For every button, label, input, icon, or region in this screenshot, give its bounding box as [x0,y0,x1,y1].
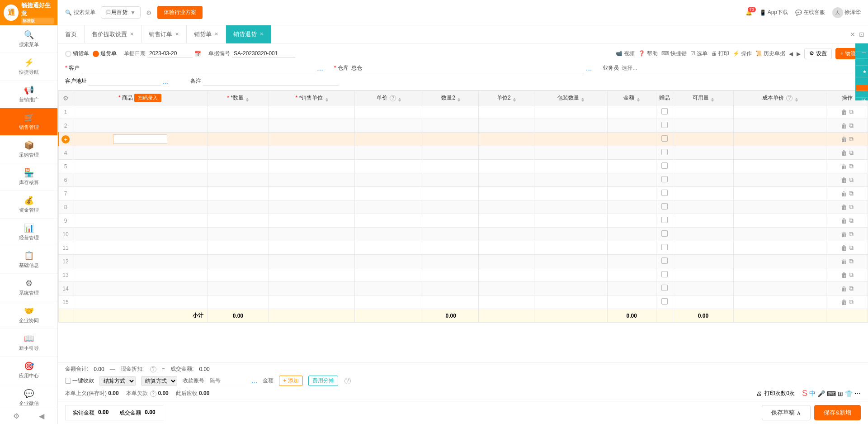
user-menu-button[interactable]: 人 徐泽华 [832,7,861,18]
tab-sales-order[interactable]: 销售订单✕ [142,25,187,43]
amount-cell[interactable] [607,200,656,214]
gift-cell[interactable] [656,119,673,133]
qty-cell[interactable] [207,282,269,295]
amount-cell[interactable] [607,160,656,173]
rp-attach-btn[interactable]: 附 [856,60,868,66]
cost-sort-icon[interactable] [795,98,798,102]
toolbar-key-icon[interactable]: ⌨ [827,390,836,397]
toolbar-more-icon[interactable]: ⋯ [854,390,861,397]
calc-select[interactable]: 结算方式 [141,376,177,386]
available-cell[interactable] [673,105,734,119]
copy-row-button[interactable]: ⧉ [849,108,854,116]
amount-cell[interactable] [607,119,656,133]
qty2-cell[interactable] [423,119,479,133]
available-cell[interactable] [673,200,734,214]
packqty-cell[interactable] [534,146,608,160]
gift-checkbox[interactable] [661,108,668,114]
rp-link-btn[interactable]: 联 [856,78,868,84]
price-cell[interactable] [354,282,423,295]
notification-button[interactable]: 🔔 70 [745,10,752,16]
tab-sales-delivery-close[interactable]: ✕ [214,31,218,37]
copy-row-button[interactable]: ⧉ [849,162,854,170]
cost-cell[interactable] [734,214,826,228]
amount-cell[interactable] [607,187,656,200]
unit-cell[interactable] [269,268,355,282]
unit2-cell[interactable] [479,173,534,187]
rp-live-btn[interactable]: 活 [856,92,868,98]
price-info-icon[interactable]: ? [390,95,396,101]
available-cell[interactable] [673,241,734,255]
radio-sales[interactable]: 销货单 [65,50,89,57]
packqty-cell[interactable] [534,268,608,282]
delete-row-button[interactable]: 🗑 [841,190,847,197]
delete-row-button[interactable]: 🗑 [841,149,847,157]
gift-cell[interactable] [656,146,673,160]
copy-row-button[interactable]: ⧉ [849,203,854,211]
cost-cell[interactable] [734,255,826,268]
action-shortcut[interactable]: ⌨ 快捷键 [661,50,687,57]
warehouse-input[interactable] [350,63,584,73]
rp-room-btn[interactable]: 房 [856,85,868,91]
price-cell[interactable] [354,268,423,282]
price-cell[interactable] [354,173,423,187]
copy-row-button[interactable]: ⧉ [849,135,854,143]
tab-home[interactable]: 首页 [58,25,85,43]
gift-cell[interactable] [656,133,673,146]
tab-sales-return-close[interactable]: ✕ [259,31,264,37]
packqty-cell[interactable] [534,173,608,187]
amount-cell[interactable] [607,282,656,295]
qty-cell[interactable] [207,105,269,119]
cost-cell[interactable] [734,160,826,173]
qty2-cell[interactable] [423,146,479,160]
copy-row-button[interactable]: ⧉ [849,244,854,252]
unit-cell[interactable] [269,105,355,119]
unit-cell[interactable] [269,295,355,309]
unit2-cell[interactable] [479,241,534,255]
packqty-cell[interactable] [534,241,608,255]
action-operate[interactable]: ⚡ 操作 [733,50,752,57]
gift-cell[interactable] [656,228,673,241]
toolbar-shirt-icon[interactable]: 👕 [845,390,853,397]
sidebar-item-purchase[interactable]: 📦采购管理 [0,136,57,163]
available-cell[interactable] [673,228,734,241]
gift-checkbox[interactable] [661,217,668,223]
gift-cell[interactable] [656,295,673,309]
unit-cell[interactable] [269,146,355,160]
delete-row-button[interactable]: 🗑 [841,230,847,238]
gift-checkbox[interactable] [661,230,668,237]
cost-info-icon[interactable]: ? [786,95,793,101]
unit2-cell[interactable] [479,200,534,214]
qty-cell[interactable] [207,119,269,133]
unit-cell[interactable] [269,173,355,187]
unit2-cell[interactable] [479,160,534,173]
packqty-cell[interactable] [534,133,608,146]
gift-checkbox[interactable] [661,122,668,128]
copy-row-button[interactable]: ⧉ [849,149,854,157]
qty2-cell[interactable] [423,214,479,228]
cost-cell[interactable] [734,119,826,133]
unit-cell[interactable] [269,187,355,200]
sidebar-item-operations[interactable]: 📊经营管理 [0,219,57,246]
available-cell[interactable] [673,295,734,309]
cost-cell[interactable] [734,268,826,282]
action-history[interactable]: 📜 历史单据 [755,50,785,57]
packqty-cell[interactable] [534,255,608,268]
delete-row-button[interactable]: 🗑 [841,176,847,184]
product-input[interactable] [113,134,167,144]
prev-record-icon[interactable]: ◀ [789,51,793,57]
qty2-cell[interactable] [423,228,479,241]
cost-cell[interactable] [734,282,826,295]
price-cell[interactable] [354,241,423,255]
unit-cell[interactable] [269,119,355,133]
copy-row-button[interactable]: ⧉ [849,190,854,197]
customer-input[interactable] [81,63,315,73]
unit-cell[interactable] [269,241,355,255]
delete-row-button[interactable]: 🗑 [841,135,847,143]
delete-row-button[interactable]: 🗑 [841,217,847,224]
product-cell[interactable] [73,295,207,309]
amount-cell[interactable] [607,214,656,228]
cost-cell[interactable] [734,173,826,187]
cost-cell[interactable] [734,200,826,214]
available-cell[interactable] [673,119,734,133]
qty-cell[interactable] [207,146,269,160]
